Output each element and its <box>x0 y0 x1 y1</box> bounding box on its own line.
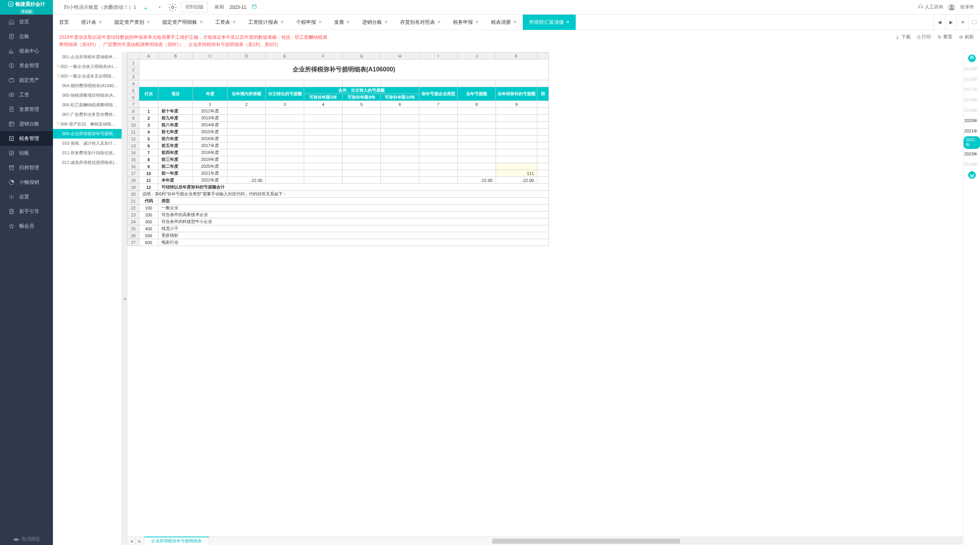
tab-8[interactable]: 进销台账✕ <box>356 15 394 15</box>
tab-11[interactable]: 税表清册✕ <box>485 15 523 15</box>
switch-old-version-button[interactable]: 切到旧版 <box>181 2 208 12</box>
tab-2[interactable]: 固定资产类别✕ <box>108 15 156 15</box>
account-dropdown-icon[interactable]: ⌄ <box>140 3 151 11</box>
tab-3[interactable]: 固定资产明细账✕ <box>156 15 209 15</box>
tab-5[interactable]: 工资统计报表✕ <box>242 15 290 15</box>
calendar-icon[interactable] <box>252 4 257 10</box>
headset-icon <box>918 4 923 10</box>
logo-subtitle: 专业版 <box>20 9 33 14</box>
tab-4[interactable]: 工资表✕ <box>209 15 242 15</box>
svg-point-1 <box>171 6 174 8</box>
tab-10[interactable]: 税务申报✕ <box>447 15 485 15</box>
tab-7[interactable]: 发票✕ <box>328 15 356 15</box>
tab-0[interactable]: 首页 <box>53 15 75 15</box>
tab-scroll-right-button[interactable]: ▶ <box>945 15 957 15</box>
tab-close-all-button[interactable]: ✕ <box>957 15 968 15</box>
consult-label: 人工咨询 <box>925 4 943 10</box>
fullscreen-button[interactable]: ⛶ <box>968 15 980 15</box>
user-avatar[interactable] <box>948 3 955 11</box>
period-label: 账期 <box>215 4 224 10</box>
logo-text: 畅捷通好会计 <box>15 1 45 8</box>
tab-6[interactable]: 个税申报✕ <box>290 15 328 15</box>
tab-12[interactable]: 所得税汇算清缴✕ <box>523 15 576 15</box>
tab-1[interactable]: 统计表✕ <box>75 15 108 15</box>
tab-9[interactable]: 存货别名对照表✕ <box>394 15 447 15</box>
add-account-button[interactable]: ＋ <box>155 3 164 12</box>
svg-point-0 <box>8 2 13 7</box>
app-logo: 畅捷通好会计 专业版 <box>0 0 53 15</box>
username[interactable]: 徐泽华 <box>960 4 974 10</box>
top-header: 刘小艳演示账套（勿删勿动！）1 ⌄ ＋ 切到旧版 账期 2023-11 人工咨询… <box>0 0 980 15</box>
period-value[interactable]: 2023-11 <box>229 5 246 10</box>
account-settings-icon[interactable] <box>168 3 177 12</box>
account-name[interactable]: 刘小艳演示账套（勿删勿动！）1 <box>64 4 136 11</box>
consult-button[interactable]: 人工咨询 <box>918 4 943 10</box>
svg-rect-2 <box>252 5 257 8</box>
logo-icon <box>8 1 14 7</box>
svg-point-3 <box>950 5 953 8</box>
tab-scroll-left-button[interactable]: ◀ <box>934 15 945 15</box>
